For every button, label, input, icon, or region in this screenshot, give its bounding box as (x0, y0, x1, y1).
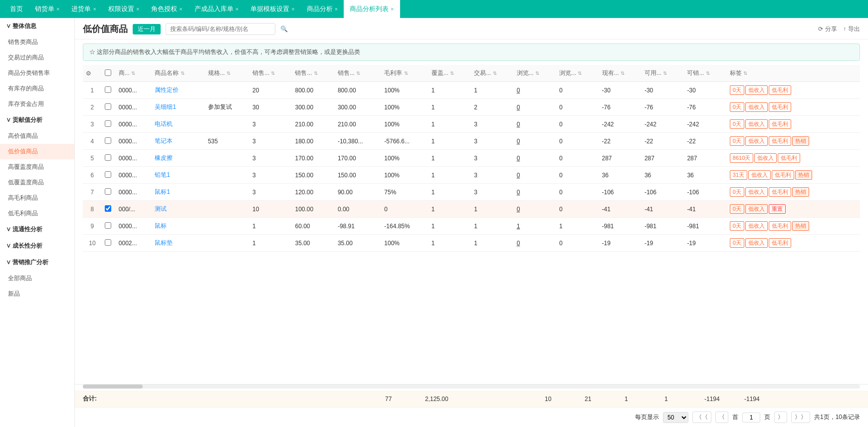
th-browse1[interactable]: 浏览... ⇅ (514, 65, 556, 82)
row-checkbox-cell[interactable] (102, 82, 116, 99)
browse-count[interactable]: 0 (514, 116, 556, 133)
nav-template-settings[interactable]: 单据模板设置 × (244, 0, 300, 18)
row-checkbox[interactable] (105, 137, 111, 144)
product-name[interactable]: 铅笔1 (152, 167, 205, 184)
sidebar-item-category-sales-rate[interactable]: 商品分类销售率 (0, 65, 74, 81)
close-product-analysis-list[interactable]: × (391, 6, 394, 12)
browse-count-link[interactable]: 0 (517, 138, 520, 145)
export-button[interactable]: ↑ 导出 (843, 25, 860, 33)
first-page-button[interactable]: 〈〈 (692, 412, 711, 423)
close-permissions[interactable]: × (136, 6, 139, 12)
th-margin[interactable]: 毛利率 ⇅ (381, 65, 428, 82)
nav-sales-order[interactable]: 销货单 × (29, 0, 65, 18)
th-settings[interactable]: ⚙ (83, 65, 102, 82)
browse-count[interactable]: 0 (514, 167, 556, 184)
browse-count[interactable]: 0 (514, 133, 556, 150)
browse-count[interactable]: 0 (514, 184, 556, 201)
nav-role-auth[interactable]: 角色授权 × (145, 0, 188, 18)
sidebar-item-high-value[interactable]: 高价值商品 (0, 128, 74, 144)
sidebar-item-inventory-capital[interactable]: 库存资金占用 (0, 96, 74, 112)
sidebar-item-all-products[interactable]: 全部商品 (0, 271, 74, 286)
sidebar-group-growth-title[interactable]: ∨ 成长性分析 (0, 238, 74, 254)
th-spec[interactable]: 规格... ⇅ (205, 65, 249, 82)
row-checkbox-cell[interactable] (102, 116, 116, 133)
browse-count-link[interactable]: 0 (517, 206, 520, 213)
sidebar-group-contribution-title[interactable]: ∨ 贡献值分析 (0, 112, 74, 128)
sidebar-group-marketing-title[interactable]: ∨ 营销推广分析 (0, 254, 74, 271)
sidebar-item-sales-products[interactable]: 销售类商品 (0, 34, 74, 50)
sidebar-item-low-value[interactable]: 低价值商品 (0, 144, 74, 159)
nav-product-entry[interactable]: 产成品入库单 × (189, 0, 244, 18)
nav-product-analysis-list[interactable]: 商品分析列表 × (344, 0, 400, 18)
th-coverage[interactable]: 覆盖... ⇅ (429, 65, 471, 82)
row-checkbox-cell[interactable] (102, 150, 116, 167)
product-name[interactable]: 橡皮擦 (152, 150, 205, 167)
close-sales-order[interactable]: × (56, 6, 59, 12)
th-browse2[interactable]: 浏览... ⇅ (556, 65, 599, 82)
browse-count[interactable]: 1 (514, 218, 556, 235)
horizontal-scrollbar[interactable] (83, 385, 860, 389)
sidebar-item-high-margin[interactable]: 高毛利商品 (0, 190, 74, 206)
row-checkbox-cell[interactable] (102, 184, 116, 201)
row-checkbox[interactable] (105, 103, 111, 110)
product-name[interactable]: 属性定价 (152, 82, 205, 99)
sidebar-group-circulation-title[interactable]: ∨ 流通性分析 (0, 221, 74, 238)
row-checkbox-cell[interactable] (102, 167, 116, 184)
browse-count-link[interactable]: 0 (517, 104, 520, 111)
row-checkbox[interactable] (105, 205, 111, 212)
th-trade[interactable]: 交易... ⇅ (471, 65, 513, 82)
th-sellable-stock[interactable]: 可销... ⇅ (684, 65, 726, 82)
next-page-button[interactable]: 〉 (774, 412, 787, 423)
row-checkbox-cell[interactable] (102, 235, 116, 252)
scrollbar-thumb[interactable] (83, 385, 143, 389)
sidebar-item-high-coverage[interactable]: 高覆盖度商品 (0, 159, 74, 175)
sidebar-item-traded-products[interactable]: 交易过的商品 (0, 50, 74, 65)
th-current-stock[interactable]: 现有... ⇅ (599, 65, 642, 82)
nav-permissions[interactable]: 权限设置 × (102, 0, 145, 18)
th-tags[interactable]: 标签 ⇅ (727, 65, 860, 82)
sidebar-item-low-margin[interactable]: 低毛利商品 (0, 206, 74, 221)
page-number-input[interactable] (742, 413, 760, 423)
product-name[interactable]: 测试 (152, 201, 205, 218)
search-input[interactable] (166, 23, 275, 35)
th-col1[interactable]: 销售... ⇅ (249, 65, 292, 82)
th-col3[interactable]: 销售... ⇅ (335, 65, 381, 82)
last-page-button[interactable]: 〉〉 (791, 412, 810, 423)
row-checkbox[interactable] (105, 154, 111, 161)
row-checkbox[interactable] (105, 188, 111, 195)
row-checkbox[interactable] (105, 120, 111, 127)
product-name[interactable]: 笔记本 (152, 133, 205, 150)
th-checkbox[interactable] (102, 65, 116, 82)
product-name[interactable]: 鼠标1 (152, 184, 205, 201)
th-available-stock[interactable]: 可用... ⇅ (642, 65, 684, 82)
row-checkbox-cell[interactable] (102, 99, 116, 116)
browse-count-link[interactable]: 0 (517, 155, 520, 162)
row-checkbox[interactable] (105, 171, 111, 178)
close-template-settings[interactable]: × (291, 6, 294, 12)
prev-page-button[interactable]: 〈 (715, 412, 728, 423)
filter-month-button[interactable]: 近一月 (133, 24, 161, 34)
browse-count[interactable]: 0 (514, 82, 556, 99)
table-container[interactable]: ⚙ 商... ⇅ 商品名称 ⇅ 规格... ⇅ 销售... ⇅ 销售... ⇅ … (75, 65, 868, 384)
row-checkbox[interactable] (105, 239, 111, 246)
share-button[interactable]: ⟳ 分享 (818, 25, 837, 33)
close-role-auth[interactable]: × (179, 6, 182, 12)
browse-count-link[interactable]: 1 (517, 223, 520, 230)
th-col2[interactable]: 销售... ⇅ (292, 65, 334, 82)
close-product-entry[interactable]: × (235, 6, 238, 12)
product-name[interactable]: 鼠标垫 (152, 235, 205, 252)
browse-count-link[interactable]: 0 (517, 189, 520, 196)
per-page-select[interactable]: 50 20 100 (663, 412, 688, 423)
browse-count-link[interactable]: 0 (517, 121, 520, 128)
th-name[interactable]: 商品名称 ⇅ (152, 65, 205, 82)
browse-count[interactable]: 0 (514, 235, 556, 252)
row-checkbox-cell[interactable] (102, 133, 116, 150)
row-checkbox-cell[interactable] (102, 201, 116, 218)
browse-count-link[interactable]: 0 (517, 240, 520, 247)
sidebar-item-stocked-products[interactable]: 有库存的商品 (0, 81, 74, 96)
product-name[interactable]: 吴细细1 (152, 99, 205, 116)
sidebar-item-low-coverage[interactable]: 低覆盖度商品 (0, 175, 74, 190)
browse-count-link[interactable]: 0 (517, 87, 520, 94)
sidebar-group-overall-title[interactable]: ∨ 整体信息 (0, 18, 74, 34)
browse-count[interactable]: 0 (514, 150, 556, 167)
